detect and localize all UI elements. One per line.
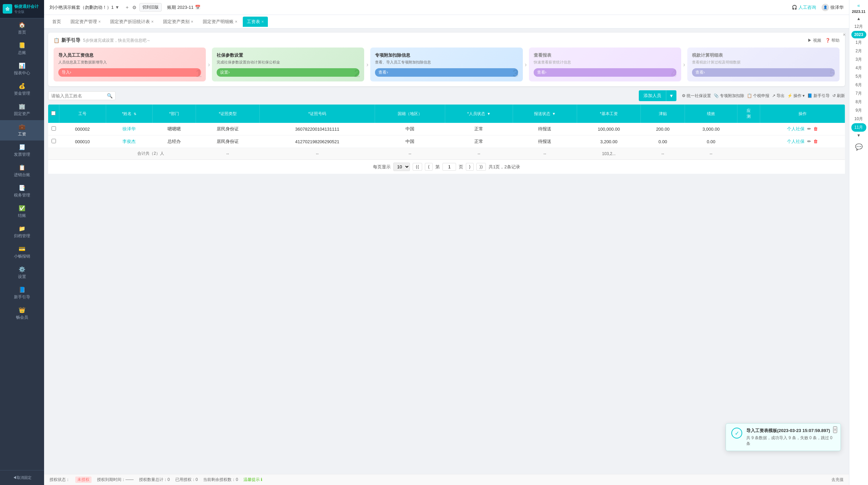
select-all-checkbox[interactable] — [51, 111, 56, 115]
per-page-select[interactable]: 10 20 50 — [393, 163, 410, 171]
month-10[interactable]: 10月 — [851, 115, 866, 123]
month-1[interactable]: 1月 — [851, 38, 866, 47]
row-2-social-link[interactable]: 个人社保 — [787, 139, 805, 144]
page-input[interactable] — [442, 163, 456, 171]
export-icon: ↗ — [772, 93, 775, 98]
tab-details-close[interactable]: × — [235, 19, 237, 24]
month-7[interactable]: 7月 — [851, 89, 866, 98]
guide-step-1-button[interactable]: 导入› — [58, 68, 201, 77]
sidebar-item-expense[interactable]: 💳小畅报销 — [0, 242, 44, 263]
month-6[interactable]: 6月 — [851, 81, 866, 89]
year-label[interactable]: 2023 — [851, 31, 866, 38]
help-link[interactable]: ❓ 帮助 — [825, 38, 840, 43]
tab-depreciation[interactable]: 固定资产折旧统计表× — [106, 17, 158, 27]
sidebar-item-member[interactable]: 👑畅会员 — [0, 303, 44, 324]
tab-assets[interactable]: 固定资产管理× — [66, 17, 105, 27]
tab-payroll-close[interactable]: × — [261, 19, 264, 24]
month-3[interactable]: 3月 — [851, 55, 866, 64]
settings-gear-button[interactable]: ⚙ — [132, 5, 137, 10]
calendar-icon[interactable]: 📅 — [195, 5, 200, 10]
tab-assets-close[interactable]: × — [98, 19, 101, 24]
row-1-delete-icon[interactable]: 🗑 — [813, 126, 818, 131]
tax-filing-button[interactable]: 📋 个税申报 — [747, 93, 769, 99]
auth-status-value: 未授权 — [75, 477, 92, 483]
tab-depreciation-close[interactable]: × — [151, 19, 154, 24]
account-selector[interactable]: 刘小艳演示账套（勿删勿动！）1 ▼ — [50, 4, 119, 11]
guide-step-5-button[interactable]: 查看› — [692, 68, 835, 77]
toast-title: 导入工资表模板(2023-03-23 15:07:59.897) — [746, 428, 835, 434]
next-page-button[interactable]: ⟩ — [466, 163, 474, 171]
month-nav-up[interactable]: ▲ — [851, 15, 866, 22]
sidebar-item-ledger[interactable]: 📒总账 — [0, 39, 44, 59]
add-account-button[interactable]: ＋ — [125, 4, 130, 11]
toast-close-button[interactable]: × — [833, 426, 837, 433]
operations-icon: ⚡ — [787, 93, 792, 98]
first-page-button[interactable]: ⟨⟨ — [413, 163, 422, 171]
month-11[interactable]: 11月 — [851, 123, 866, 132]
report-status-filter-icon[interactable]: ▼ — [552, 112, 556, 116]
sidebar-item-guide[interactable]: 📘新手引导 — [0, 283, 44, 303]
social-insurance-button[interactable]: ⚙ 统一社保设置 — [682, 93, 711, 99]
video-link[interactable]: ▶ 视频 — [808, 38, 821, 43]
name-sort-icon[interactable]: ⇅ — [134, 112, 136, 116]
sidebar-item-home[interactable]: 🏠首页 — [0, 18, 44, 39]
export-button[interactable]: ↗ 导出 — [772, 93, 785, 99]
add-person-button[interactable]: 添加人员 — [639, 90, 666, 101]
sidebar-item-funds[interactable]: 💰资金管理 — [0, 79, 44, 100]
sidebar-item-reports[interactable]: 📊报表中心 — [0, 59, 44, 79]
sidebar-item-assets[interactable]: 🏢固定资产 — [0, 100, 44, 120]
panel-expand-button[interactable]: « — [857, 3, 860, 8]
month-nav-down[interactable]: ▼ — [851, 132, 866, 139]
tab-payroll[interactable]: 工资表× — [243, 17, 268, 27]
cancel-pin-button[interactable]: ◀取消固定 — [1, 473, 43, 482]
sidebar-item-settings[interactable]: ⚙️设置 — [0, 263, 44, 283]
month-12[interactable]: 12月 — [851, 22, 866, 31]
row-2-delete-icon[interactable]: 🗑 — [813, 139, 818, 144]
row-2-edit-icon[interactable]: ✏ — [807, 139, 811, 144]
sidebar-item-label: 发票管理 — [14, 152, 30, 157]
row-2-checkbox[interactable] — [52, 139, 56, 143]
employee-table: 工号 *姓名 ⇅ *部门 *证照类型 *证照号码 国籍（地区） *人员状态 ▼ … — [48, 105, 845, 160]
guide-step-2-button[interactable]: 设置› — [217, 68, 359, 77]
sidebar-item-invoices[interactable]: 🧾发票管理 — [0, 141, 44, 161]
row-1-name-link[interactable]: 徐泽华 — [122, 126, 136, 131]
guide-step-4-button[interactable]: 查看› — [534, 68, 676, 77]
month-5[interactable]: 5月 — [851, 72, 866, 81]
sidebar-item-payroll[interactable]: 💼工资 — [0, 120, 44, 141]
operations-button[interactable]: ⚡ 操作 ▾ — [787, 93, 805, 99]
guide-close-button[interactable]: × — [843, 32, 846, 37]
month-8[interactable]: 8月 — [851, 98, 866, 106]
account-dropdown-icon[interactable]: ▼ — [115, 5, 119, 10]
row-1-edit-icon[interactable]: ✏ — [807, 126, 811, 131]
tab-home[interactable]: 首页 — [48, 17, 65, 27]
user-menu[interactable]: 👤 徐泽华 — [822, 4, 844, 11]
status-filter-icon[interactable]: ▼ — [487, 112, 491, 116]
last-page-button[interactable]: ⟩⟩ — [476, 163, 486, 171]
sidebar-item-closing[interactable]: ✅结账 — [0, 202, 44, 222]
logo-text: 畅捷通好会计 专业版 — [14, 4, 39, 14]
service-button[interactable]: 🎧 人工咨询 — [792, 4, 816, 11]
tab-categories[interactable]: 固定资产类别× — [159, 17, 197, 27]
guide-step-3-button[interactable]: 查看› — [375, 68, 518, 77]
col-emp-no: 工号 — [59, 105, 106, 123]
tab-details[interactable]: 固定资产明细账× — [199, 17, 241, 27]
deductions-button[interactable]: 📎 专项附加扣除 — [714, 93, 744, 99]
sidebar-item-sales[interactable]: 📋进销台账 — [0, 161, 44, 181]
new-guide-button[interactable]: 📘 新手引导 — [807, 93, 830, 99]
row-2-name-link[interactable]: 李俊杰 — [122, 139, 136, 144]
row-1-checkbox[interactable] — [52, 126, 56, 131]
month-9[interactable]: 9月 — [851, 106, 866, 115]
add-person-dropdown[interactable]: ▼ — [666, 90, 676, 101]
sidebar-item-tax[interactable]: 📑税务管理 — [0, 181, 44, 202]
feedback-icon[interactable]: 💬 — [851, 142, 866, 152]
refresh-button[interactable]: ↺ 刷新 — [832, 93, 845, 99]
prev-page-button[interactable]: ⟨ — [425, 163, 433, 171]
row-1-social-link[interactable]: 个人社保 — [787, 126, 805, 131]
month-2[interactable]: 2月 — [851, 47, 866, 55]
switch-version-button[interactable]: 切到旧版 — [139, 3, 162, 12]
sidebar-item-archive[interactable]: 📁归档管理 — [0, 222, 44, 242]
tab-categories-close[interactable]: × — [191, 19, 193, 24]
month-4[interactable]: 4月 — [851, 64, 866, 72]
charge-link[interactable]: 去充值 — [831, 477, 844, 483]
search-input[interactable] — [51, 93, 105, 98]
